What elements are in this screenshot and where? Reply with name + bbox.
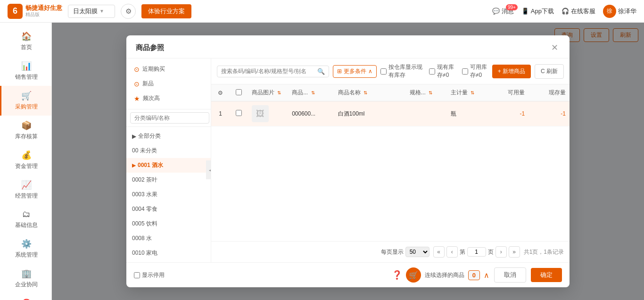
product-table: ⚙ 商品图片 ⇅ (211, 84, 570, 126)
cart-label: 连续选择的商品 (425, 271, 464, 279)
cat-0002[interactable]: 0002 茶叶 (126, 173, 211, 187)
sidebar-item-purchase[interactable]: 🛒 采购管理 (0, 86, 51, 116)
sidebar-item-enterprise[interactable]: 🏢 企业协同 (0, 264, 51, 293)
show-disabled-label[interactable]: 显示停用 (134, 271, 165, 279)
quick-tabs: ⊙ 近期购买 ⊙ 新品 ★ 频次高 (126, 58, 211, 109)
chevron-down-icon: ▼ (99, 8, 104, 14)
cat-0008[interactable]: 0008 水 (126, 231, 211, 246)
check-warehouse[interactable]: 按仓库显示现有库存 (380, 63, 422, 79)
page-total: 共1页，1条记录 (524, 248, 564, 256)
col-header-stock: 现存量 (528, 84, 570, 101)
category-list: ▶ 全部分类 00 未分类 ▶ 0001 酒水 0002 茶 (126, 127, 211, 262)
product-table-wrap: ⚙ 商品图片 ⇅ (211, 84, 570, 241)
logo: 6 畅捷通好生意 精品版 (8, 4, 62, 19)
cat-0005[interactable]: 0005 饮料 (126, 217, 211, 231)
close-button[interactable]: ✕ (549, 42, 560, 53)
notification-badge: 99+ (506, 4, 518, 10)
online-service-item[interactable]: 🎧 在线客服 (561, 7, 595, 16)
nav-selector[interactable]: 日太阳膜 ▼ (68, 5, 115, 18)
cancel-button[interactable]: 取消 (494, 267, 526, 283)
sidebar-item-home[interactable]: 🏠 首页 (0, 26, 51, 56)
basic-icon: 🗂 (22, 209, 31, 219)
quick-tab-recent[interactable]: ⊙ 近期购买 (130, 62, 207, 76)
help-icon[interactable]: ❓ (392, 270, 402, 280)
system-icon: ⚙️ (21, 239, 32, 249)
select-all-checkbox[interactable] (236, 89, 242, 95)
row-check[interactable] (230, 101, 248, 126)
page-number-input[interactable] (467, 247, 486, 257)
notification-icon: 💬 (492, 8, 500, 15)
page-size-select: 每页显示 50 10 20 100 (381, 247, 429, 257)
cart-count: 0 (468, 270, 480, 280)
category-search: 🔍 (126, 109, 211, 127)
row-code: 000600... (288, 101, 334, 126)
pagination: 每页显示 50 10 20 100 « ‹ (211, 241, 570, 262)
row-img: 🖼 (248, 101, 288, 126)
sidebar-item-system[interactable]: ⚙️ 系统管理 (0, 234, 51, 264)
mobile-icon: 📱 (521, 8, 529, 15)
logo-text: 畅捷通好生意 (25, 4, 62, 12)
row-checkbox[interactable] (236, 110, 242, 116)
dialog-overlay: 商品参照 ✕ ⊙ 近期购买 ⊙ 新品 (52, 23, 644, 300)
app-download-item[interactable]: 📱 App下载 (521, 7, 554, 16)
cat-0004[interactable]: 0004 零食 (126, 202, 211, 217)
cat-00[interactable]: 00 未分类 (126, 143, 211, 158)
settings-icon[interactable]: ⚙ (121, 4, 136, 19)
stock-ne0-checkbox[interactable] (429, 68, 435, 75)
show-disabled-checkbox[interactable] (134, 272, 140, 278)
refresh-button[interactable]: C 刷新 (535, 64, 564, 79)
sidebar-item-guide[interactable]: 🎯 新手引导 (0, 293, 51, 300)
page-size-dropdown[interactable]: 50 10 20 100 (405, 247, 429, 257)
col-header-check[interactable] (230, 84, 248, 101)
search-toolbar: 🔍 ⊞ 更多条件 ∧ 按仓库显示现有库存 (211, 58, 570, 84)
col-header-spec: 规格... ⇅ (406, 84, 447, 101)
sidebar-item-finance[interactable]: 💰 资金管理 (0, 145, 51, 175)
cart-icon[interactable]: 🛒 (406, 267, 421, 283)
row-spec (406, 101, 447, 126)
prev-page-button[interactable]: ‹ (446, 246, 458, 258)
recent-icon: ⊙ (134, 66, 140, 73)
star-icon: ★ (134, 95, 140, 102)
sidebar-item-sales[interactable]: 📊 销售管理 (0, 56, 51, 86)
sidebar: 🏠 首页 📊 销售管理 🛒 采购管理 📦 库存核算 💰 资金管理 📈 经营管理 … (0, 23, 52, 300)
sort-img-icon[interactable]: ⇅ (277, 90, 281, 95)
search-input[interactable] (221, 68, 315, 75)
sidebar-item-inventory[interactable]: 📦 库存核算 (0, 116, 51, 145)
avail-ne0-checkbox[interactable] (462, 68, 468, 75)
collapse-cart-icon[interactable]: ∧ (484, 271, 489, 280)
quick-tab-new[interactable]: ⊙ 新品 (130, 77, 207, 91)
last-page-button[interactable]: » (509, 246, 520, 258)
chevron-up-icon: ∧ (368, 68, 372, 75)
table-header-row: ⚙ 商品图片 ⇅ (211, 84, 570, 101)
cat-0001[interactable]: ▶ 0001 酒水 (126, 158, 211, 173)
warehouse-checkbox[interactable] (380, 68, 387, 75)
quick-tab-frequent[interactable]: ★ 频次高 (130, 92, 207, 105)
sort-code-icon[interactable]: ⇅ (311, 90, 315, 95)
confirm-button[interactable]: 确定 (531, 268, 562, 282)
sidebar-item-operation[interactable]: 📈 经营管理 (0, 175, 51, 205)
cat-0010[interactable]: 0010 家电 (126, 246, 211, 260)
row-index: 1 (211, 101, 230, 126)
sort-spec-icon[interactable]: ⇅ (429, 90, 432, 95)
user-profile[interactable]: 徐 徐泽华 (603, 5, 636, 18)
notification-item[interactable]: 💬 消息 99+ (492, 7, 514, 16)
collapse-button[interactable]: ◀ (206, 160, 211, 179)
sort-unit-icon[interactable]: ⇅ (471, 90, 474, 95)
filter-icon: ⊞ (337, 68, 342, 75)
check-avail-ne0[interactable]: 可用库存≠0 (462, 63, 488, 79)
cat-all[interactable]: ▶ 全部分类 (126, 129, 211, 143)
sidebar-item-basic[interactable]: 🗂 基础信息 (0, 205, 51, 234)
cat-0003[interactable]: 0003 水果 (126, 187, 211, 202)
col-header-unit: 主计量 ⇅ (447, 84, 483, 101)
experience-button[interactable]: 体验行业方案 (141, 4, 191, 18)
filter-button[interactable]: ⊞ 更多条件 ∧ (333, 65, 377, 78)
col-header-settings[interactable]: ⚙ (211, 84, 230, 101)
table-row[interactable]: 1 🖼 000600... 白酒100ml (211, 101, 570, 126)
category-search-input[interactable] (130, 112, 209, 124)
add-product-button[interactable]: + 新增商品 (492, 65, 531, 78)
check-stock-ne0[interactable]: 现有库存≠0 (429, 63, 455, 79)
next-page-button[interactable]: › (495, 246, 507, 258)
first-page-button[interactable]: « (433, 246, 445, 258)
search-icon[interactable]: 🔍 (317, 68, 325, 75)
sort-name-icon[interactable]: ⇅ (363, 90, 367, 95)
